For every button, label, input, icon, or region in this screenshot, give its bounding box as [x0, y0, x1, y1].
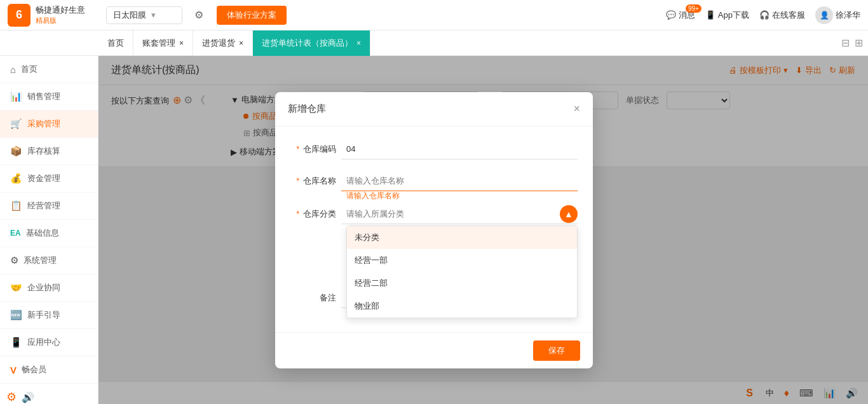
header-right: 💬 消息 99+ 📱 App下载 🎧 在线客服 👤 徐泽华 [666, 6, 860, 24]
category-input[interactable] [341, 204, 578, 224]
tab-purchase-return[interactable]: 进货退货 × [193, 30, 253, 56]
modal-backdrop: 新增仓库 × * 仓库编码 [98, 56, 868, 404]
avatar: 👤 [815, 6, 833, 24]
top-header: 6 畅捷通好生意 精易版 日太阳膜 ▾ ⚙ 体验行业方案 💬 消息 99+ 📱 … [0, 0, 868, 30]
store-selector[interactable]: 日太阳膜 ▾ [106, 6, 182, 24]
category-dropdown-list: 未分类 经营一部 经营二部 物业部 [346, 226, 578, 318]
sidebar-item-finance[interactable]: 💰 资金管理 [0, 165, 98, 192]
category-input-wrapper: ▲ [341, 204, 578, 224]
message-icon: 💬 [666, 10, 676, 20]
sidebar-item-basic-info[interactable]: EA 基础信息 [0, 220, 98, 247]
purchase-icon: 🛒 [10, 118, 22, 130]
name-error-msg: 请输入仓库名称 [346, 191, 400, 201]
sidebar-item-home[interactable]: ⌂ 首页 [0, 56, 98, 83]
logo-icon: 6 [8, 4, 31, 27]
sidebar-item-vip[interactable]: V 畅会员 [0, 356, 98, 384]
inventory-icon: 📦 [10, 145, 22, 157]
tab-close-icon[interactable]: × [356, 39, 361, 48]
sidebar-item-system[interactable]: ⚙ 系统管理 [0, 247, 98, 274]
newguide-icon: 🆕 [10, 309, 22, 321]
content-area: 进货单统计(按商品) 🖨 按模板打印 ▾ ⬇ 导出 ↻ 刷新 [98, 56, 868, 404]
mobile-icon: 📱 [705, 10, 715, 20]
tab-close-icon[interactable]: × [179, 39, 184, 48]
operations-icon: 📋 [10, 200, 22, 212]
app-download-button[interactable]: 📱 App下载 [705, 10, 749, 21]
home-icon: ⌂ [10, 64, 16, 75]
sidebar-bottom: ⚙ 🔊 [0, 384, 98, 404]
logo-area: 6 畅捷通好生意 精易版 [8, 4, 106, 27]
name-label: * 仓库名称 [290, 171, 341, 191]
remark-label: 备注 [290, 288, 341, 308]
tab-purchase-stat[interactable]: 进货单统计表（按商品） × [253, 30, 370, 56]
option-dept1[interactable]: 经营一部 [347, 249, 577, 272]
user-menu[interactable]: 👤 徐泽华 [815, 6, 860, 24]
sidebar: ⌂ 首页 📊 销售管理 🛒 采购管理 📦 库存核算 💰 资金管理 📋 经营管理 … [0, 56, 98, 404]
system-icon: ⚙ [10, 255, 18, 266]
tab-close-icon[interactable]: × [239, 39, 243, 48]
tab-expand-icon[interactable]: ⊞ [855, 37, 863, 49]
chevron-down-icon: ▾ [151, 10, 156, 20]
sidebar-item-purchase[interactable]: 🛒 采购管理 [0, 111, 98, 138]
enterprise-icon: 🤝 [10, 282, 22, 293]
option-dept2[interactable]: 经营二部 [347, 272, 577, 295]
sidebar-item-enterprise[interactable]: 🤝 企业协同 [0, 274, 98, 302]
category-label: * 仓库分类 [290, 204, 341, 224]
option-property[interactable]: 物业部 [347, 295, 577, 318]
trial-button[interactable]: 体验行业方案 [217, 6, 287, 25]
sales-icon: 📊 [10, 91, 22, 102]
sidebar-item-sales[interactable]: 📊 销售管理 [0, 83, 98, 111]
appcenter-icon: 📱 [10, 337, 22, 348]
volume-icon[interactable]: 🔊 [22, 391, 34, 403]
tab-home[interactable]: 首页 [98, 30, 133, 56]
sidebar-item-appcenter[interactable]: 📱 应用中心 [0, 329, 98, 356]
online-service-button[interactable]: 🎧 在线客服 [759, 10, 805, 21]
headset-icon: 🎧 [759, 10, 770, 20]
add-warehouse-modal: 新增仓库 × * 仓库编码 [275, 92, 593, 368]
code-label: * 仓库编码 [290, 139, 341, 159]
sidebar-item-inventory[interactable]: 📦 库存核算 [0, 138, 98, 165]
tab-minimize-icon[interactable]: ⊟ [841, 37, 850, 49]
gear-icon[interactable]: ⚙ [189, 5, 209, 25]
close-icon[interactable]: × [573, 102, 580, 116]
option-unclassified[interactable]: 未分类 [347, 226, 577, 249]
form-row-code: * 仓库编码 [290, 139, 578, 159]
basic-info-icon: EA [10, 229, 21, 238]
vip-icon: V [10, 365, 17, 375]
modal-header: 新增仓库 × [275, 92, 593, 126]
category-dropdown-arrow[interactable]: ▲ [560, 205, 578, 223]
finance-icon: 💰 [10, 173, 22, 184]
sidebar-item-newguide[interactable]: 🆕 新手引导 [0, 302, 98, 329]
save-button[interactable]: 保存 [533, 340, 580, 361]
sidebar-item-operations[interactable]: 📋 经营管理 [0, 192, 98, 220]
form-row-name: * 仓库名称 请输入仓库名称 [290, 171, 578, 191]
modal-footer: 保存 [275, 332, 593, 368]
settings-bottom-icon[interactable]: ⚙ [6, 390, 17, 404]
modal-title: 新增仓库 [288, 103, 326, 115]
tab-bar: 首页 账套管理 × 进货退货 × 进货单统计表（按商品） × ⊟ ⊞ [0, 30, 868, 56]
tab-bar-actions: ⊟ ⊞ [841, 37, 868, 49]
logo-text: 畅捷通好生意 精易版 [36, 5, 85, 25]
main-layout: ⌂ 首页 📊 销售管理 🛒 采购管理 📦 库存核算 💰 资金管理 📋 经营管理 … [0, 56, 868, 404]
tab-account[interactable]: 账套管理 × [133, 30, 193, 56]
name-input[interactable] [341, 171, 578, 191]
modal-body: * 仓库编码 * 仓库名称 [275, 126, 593, 332]
code-input[interactable] [341, 139, 578, 159]
messages-button[interactable]: 💬 消息 99+ [666, 10, 695, 21]
form-row-category: * 仓库分类 ▲ 未分类 经营一部 经营二部 物业部 [290, 204, 578, 224]
